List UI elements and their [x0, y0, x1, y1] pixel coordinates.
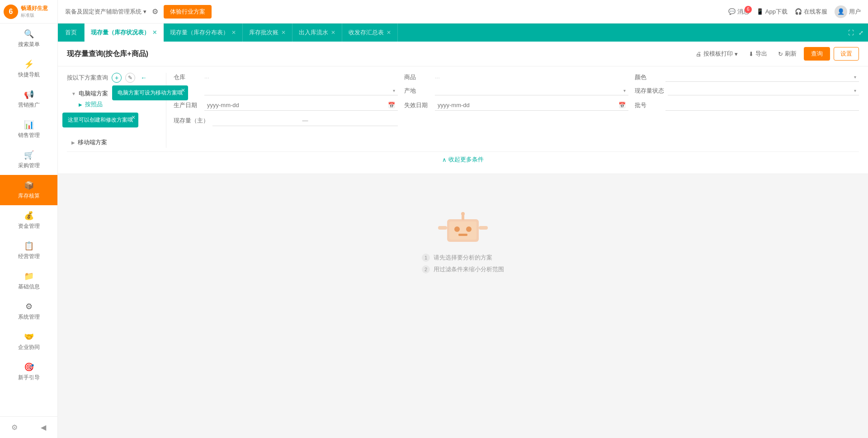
batch-no-field: 批号	[635, 100, 859, 111]
gear-settings-btn[interactable]: ⚙	[152, 7, 158, 16]
finance-icon: 💰	[24, 211, 34, 221]
expand-arrow-icon: ▼	[71, 91, 76, 96]
export-btn[interactable]: ⬇ 导出	[745, 48, 771, 60]
size-select[interactable]: ▾	[204, 86, 398, 95]
filter-header: 按以下方案查询 + ✎ ←	[67, 73, 161, 83]
tab-stock-status[interactable]: 现存量（库存状况表） ✕	[85, 24, 164, 42]
origin-select[interactable]: ▾	[435, 86, 628, 95]
desktop-sub-item[interactable]: ▶ 按照品	[79, 99, 161, 110]
tab-flow[interactable]: 出入库流水 ✕	[292, 24, 342, 42]
collapse-btn[interactable]: ∧ 收起更多条件	[67, 151, 859, 167]
logo-area: 6 畅通好生意 标准版	[0, 0, 57, 24]
sidebar-item-marketing[interactable]: 📢 营销推广	[0, 84, 57, 114]
calendar-icon[interactable]: 📅	[618, 102, 626, 108]
tabs-fullscreen-icon[interactable]: ⤢	[859, 29, 863, 36]
arrow-btn[interactable]: ←	[139, 73, 149, 83]
tabs-maximize-icon[interactable]: ⛶	[848, 29, 854, 36]
refresh-icon: ↻	[778, 51, 783, 57]
edit-scheme-btn[interactable]: ✎	[125, 73, 135, 83]
export-icon: ⬇	[749, 51, 754, 57]
create-tooltip-close[interactable]: ✕	[131, 114, 136, 121]
stock-status-select[interactable]: ▾	[668, 86, 859, 95]
sidebar-item-system[interactable]: ⚙ 系统管理	[0, 296, 57, 326]
tab-summary[interactable]: 收发存汇总表 ✕	[342, 24, 398, 42]
expand-arrow-icon: ▶	[71, 140, 75, 145]
stock-qty-min[interactable]	[215, 117, 301, 124]
chevron-down-icon: ▾	[393, 88, 395, 93]
print-icon: 🖨	[696, 51, 702, 57]
chevron-down-icon: ▾	[623, 88, 626, 93]
expiry-date-field: 失效日期 📅	[404, 100, 628, 111]
sidebar-nav: 🔍 搜索菜单 ⚡ 快捷导航 📢 营销推广 📊 销售管理 🛒 采购管理 📦 库存核…	[0, 24, 57, 416]
sidebar: 6 畅通好生意 标准版 🔍 搜索菜单 ⚡ 快捷导航 📢 营销推广 📊 销售管理 …	[0, 0, 58, 438]
sidebar-settings-btn[interactable]: ⚙	[8, 421, 21, 433]
sidebar-item-basic-info[interactable]: 📁 基础信息	[0, 266, 57, 296]
app-download-btn[interactable]: 📱 App下载	[756, 8, 788, 16]
sidebar-item-inventory[interactable]: 📦 库存核算	[0, 175, 57, 205]
stock-qty-range[interactable]: —	[212, 115, 398, 126]
query-btn[interactable]: 查询	[804, 47, 830, 61]
color-field: 颜色 ▾	[635, 73, 859, 82]
industry-btn[interactable]: 体验行业方案	[164, 5, 212, 19]
print-btn[interactable]: 🖨 按模板打印 ▾	[692, 48, 741, 60]
calendar-icon[interactable]: 📅	[388, 102, 395, 108]
page-header: 现存量查询(按仓库+商品) 🖨 按模板打印 ▾ ⬇ 导出 ↻ 刷新 查询 设置	[58, 42, 868, 66]
scheme-tooltip-close[interactable]: ✕	[181, 87, 185, 94]
logo-icon: 6	[4, 5, 18, 19]
chevron-down-icon: ▾	[854, 75, 856, 80]
page-title: 现存量查询(按仓库+商品)	[67, 49, 148, 59]
collapse-icon: ∧	[442, 156, 447, 163]
tab-batch[interactable]: 库存批次账 ✕	[243, 24, 292, 42]
sidebar-item-guide[interactable]: 🎯 新手引导	[0, 357, 57, 387]
sidebar-item-operations[interactable]: 📋 经营管理	[0, 235, 57, 266]
message-btn[interactable]: 💬 6 消息	[728, 8, 749, 16]
svg-rect-8	[479, 226, 488, 230]
filter-row-1: 仓库 ··· 商品 ··· 颜色 ▾	[174, 73, 859, 82]
production-date-input[interactable]: 📅	[204, 100, 398, 111]
add-scheme-btn[interactable]: +	[112, 73, 122, 83]
mobile-scheme-item[interactable]: ▶ 移动端方案	[71, 137, 161, 148]
sidebar-item-purchase[interactable]: 🛒 采购管理	[0, 145, 57, 175]
sidebar-item-enterprise[interactable]: 🤝 企业协同	[0, 326, 57, 357]
production-date-field: 生产日期 📅	[174, 100, 398, 111]
tab-close-icon[interactable]: ✕	[281, 29, 286, 36]
warehouse-dots[interactable]: ···	[204, 74, 209, 81]
marketing-icon: 📢	[24, 89, 34, 99]
tab-home[interactable]: 首页	[58, 24, 85, 42]
batch-no-input[interactable]	[665, 100, 859, 111]
sidebar-collapse-btn[interactable]: ◀	[37, 421, 50, 433]
goods-field: 商品 ···	[404, 73, 628, 82]
empty-illustration	[436, 201, 490, 246]
system-name-dropdown[interactable]: 装备及固定资产辅助管理系统 ▾	[65, 8, 146, 16]
system-icon: ⚙	[25, 301, 33, 311]
headset-icon: 🎧	[795, 8, 802, 15]
tab-close-icon[interactable]: ✕	[152, 29, 157, 36]
stock-status-field: 现存量状态 ▾	[635, 86, 859, 95]
user-icon: 👤	[837, 8, 844, 15]
tab-close-icon[interactable]: ✕	[231, 29, 236, 36]
settings-btn[interactable]: 设置	[834, 47, 859, 61]
refresh-btn[interactable]: ↻ 刷新	[774, 48, 800, 60]
guide-icon: 🎯	[24, 362, 34, 372]
production-date-text[interactable]	[207, 102, 388, 108]
sidebar-item-search[interactable]: 🔍 搜索菜单	[0, 24, 57, 54]
user-avatar[interactable]: 👤 用户	[835, 5, 861, 18]
topbar-left: 装备及固定资产辅助管理系统 ▾ ⚙ 体验行业方案	[65, 5, 212, 19]
sidebar-item-sales[interactable]: 📊 销售管理	[0, 114, 57, 145]
expiry-date-text[interactable]	[438, 102, 618, 108]
page-content: 现存量查询(按仓库+商品) 🖨 按模板打印 ▾ ⬇ 导出 ↻ 刷新 查询 设置	[58, 42, 868, 438]
svg-point-3	[466, 226, 472, 232]
sidebar-item-finance[interactable]: 💰 资金管理	[0, 205, 57, 235]
tab-close-icon[interactable]: ✕	[387, 29, 391, 36]
tab-stock-dist[interactable]: 现存量（库存分布表） ✕	[164, 24, 243, 42]
online-support-btn[interactable]: 🎧 在线客服	[795, 8, 827, 16]
stock-qty-max[interactable]	[310, 117, 396, 124]
sidebar-item-quicknav[interactable]: ⚡ 快捷导航	[0, 54, 57, 84]
expiry-date-input[interactable]: 📅	[435, 100, 628, 111]
color-select[interactable]: ▾	[665, 73, 859, 82]
create-scheme-tooltip: 这里可以创建和修改方案哦 ✕	[62, 113, 138, 127]
tab-close-icon[interactable]: ✕	[331, 29, 335, 36]
sales-icon: 📊	[24, 120, 34, 130]
goods-dots[interactable]: ···	[435, 74, 440, 81]
tabs-actions: ⛶ ⤢	[844, 24, 868, 42]
